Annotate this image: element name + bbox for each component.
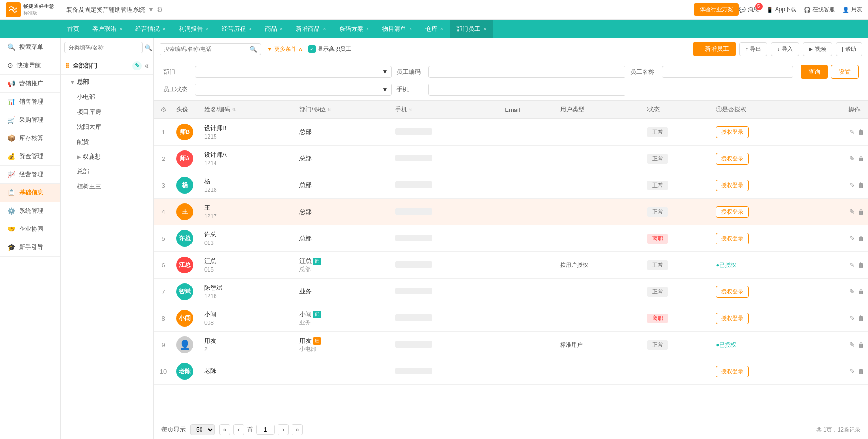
sidebar-item-库存核算[interactable]: 📦库存核算 <box>0 129 60 147</box>
online-service-button[interactable]: 🎧 在线客服 <box>804 6 835 14</box>
delete-button[interactable]: 🗑 <box>858 235 864 242</box>
empcode-filter-input[interactable] <box>428 66 625 78</box>
tree-edit-icon[interactable]: ✎ <box>132 61 142 70</box>
employee-search-input[interactable] <box>164 46 248 52</box>
sidebar-item-资金管理[interactable]: 💰资金管理 <box>0 147 60 166</box>
sidebar-item-销售管理[interactable]: 📊销售管理 <box>0 93 60 111</box>
sidebar-item-经营管理[interactable]: 📈经营管理 <box>0 166 60 184</box>
delete-button[interactable]: 🗑 <box>858 155 864 162</box>
empname-filter-input[interactable] <box>662 66 793 78</box>
nav-tab-部门员工[interactable]: 部门员工× <box>450 20 493 38</box>
nav-tab-利润报告[interactable]: 利润报告× <box>172 20 215 38</box>
col-phone[interactable]: 手机 ⇅ <box>391 101 501 119</box>
sidebar-item-新手引导[interactable]: 🎓新手引导 <box>0 238 60 257</box>
delete-button[interactable]: 🗑 <box>858 181 864 189</box>
nav-tab-经营情况[interactable]: 经营情况× <box>129 20 172 38</box>
trial-button[interactable]: 体验行业方案 <box>694 3 739 16</box>
delete-button[interactable]: 🗑 <box>858 314 864 322</box>
edit-button[interactable]: ✎ <box>849 368 855 375</box>
auth-login-button[interactable]: 授权登录 <box>716 233 749 244</box>
settings-icon[interactable]: ⚙ <box>157 6 163 14</box>
more-filters-button[interactable]: ▼ 更多条件 ∧ <box>267 45 303 53</box>
close-tab-icon[interactable]: × <box>119 20 122 38</box>
first-page-button[interactable]: « <box>219 424 230 435</box>
edit-button[interactable]: ✎ <box>849 155 855 162</box>
edit-button[interactable]: ✎ <box>849 314 855 322</box>
edit-button[interactable]: ✎ <box>849 208 855 216</box>
sidebar-item-营销推广[interactable]: 📢营销推广 <box>0 75 60 93</box>
page-size-select[interactable]: 50 <box>190 424 215 435</box>
edit-button[interactable]: ✎ <box>849 341 855 348</box>
auth-login-button[interactable]: 授权登录 <box>716 313 749 324</box>
close-tab-icon[interactable]: × <box>206 20 208 38</box>
delete-button[interactable]: 🗑 <box>858 341 864 348</box>
add-employee-button[interactable]: + 新增员工 <box>693 42 736 56</box>
nav-tab-物料清单[interactable]: 物料清单× <box>375 20 418 38</box>
col-dept[interactable]: 部门/职位 ⇅ <box>296 101 391 119</box>
close-tab-icon[interactable]: × <box>440 20 443 38</box>
auth-login-button[interactable]: 授权登录 <box>716 180 749 191</box>
col-name[interactable]: 姓名/编码 ⇅ <box>201 101 296 119</box>
tree-search-input[interactable] <box>64 42 143 53</box>
close-tab-icon[interactable]: × <box>280 20 283 38</box>
sidebar-item-采购管理[interactable]: 🛒采购管理 <box>0 111 60 129</box>
delete-button[interactable]: 🗑 <box>858 128 864 136</box>
delete-button[interactable]: 🗑 <box>858 208 864 216</box>
message-button[interactable]: 💬 消息 5 <box>739 6 759 14</box>
sidebar-item-快捷导航[interactable]: ⊙快捷导航 <box>0 56 60 75</box>
nav-tab-仓库[interactable]: 仓库× <box>419 20 450 38</box>
close-tab-icon[interactable]: × <box>162 20 165 38</box>
set-button[interactable]: 设置 <box>831 65 859 79</box>
prev-page-button[interactable]: ‹ <box>233 424 244 435</box>
edit-button[interactable]: ✎ <box>849 235 855 242</box>
status-select[interactable]: ▼ <box>195 84 392 96</box>
tree-item-植树王三[interactable]: 植树王三 <box>61 179 153 194</box>
auth-login-button[interactable]: 授权登录 <box>716 206 749 218</box>
dropdown-arrow-icon[interactable]: ▼ <box>148 6 154 13</box>
help-button[interactable]: | 帮助 <box>836 42 862 56</box>
nav-tab-客户联络[interactable]: 客户联络× <box>86 20 129 38</box>
edit-button[interactable]: ✎ <box>849 261 855 269</box>
sidebar-item-基础信息[interactable]: 📋基础信息 <box>0 184 60 202</box>
next-page-button[interactable]: › <box>278 424 289 435</box>
show-resigned-toggle[interactable]: ✓ 显示离职员工 <box>308 45 351 53</box>
import-button[interactable]: ↓ 导入 <box>771 42 799 56</box>
tree-item-小电部[interactable]: 小电部 <box>61 90 153 105</box>
delete-button[interactable]: 🗑 <box>858 368 864 375</box>
edit-button[interactable]: ✎ <box>849 288 855 295</box>
sidebar-item-搜索菜单[interactable]: 🔍搜索菜单 <box>0 38 60 56</box>
last-page-button[interactable]: » <box>292 424 303 435</box>
nav-tab-首页[interactable]: 首页 <box>61 20 86 38</box>
tree-search-icon[interactable]: 🔍 <box>145 44 152 51</box>
auth-login-button[interactable]: 授权登录 <box>716 126 749 138</box>
tree-item-沈阳大库[interactable]: 沈阳大库 <box>61 119 153 134</box>
dept-select[interactable]: ▼ <box>195 66 392 78</box>
tree-item-总部[interactable]: ▼总部 <box>61 75 153 90</box>
close-tab-icon[interactable]: × <box>366 20 369 38</box>
col-setting[interactable]: ⚙ <box>154 101 173 119</box>
auth-login-button[interactable]: 授权登录 <box>716 153 749 165</box>
tree-item-双鹿想[interactable]: ▶双鹿想 <box>61 149 153 164</box>
tree-item-总部[interactable]: 总部 <box>61 164 153 179</box>
nav-tab-经营历程[interactable]: 经营历程× <box>215 20 258 38</box>
auth-login-button[interactable]: 授权登录 <box>716 286 749 298</box>
delete-button[interactable]: 🗑 <box>858 288 864 295</box>
edit-button[interactable]: ✎ <box>849 181 855 189</box>
tree-collapse-icon[interactable]: « <box>145 62 149 70</box>
close-tab-icon[interactable]: × <box>323 20 326 38</box>
edit-button[interactable]: ✎ <box>849 128 855 136</box>
query-button[interactable]: 查询 <box>801 65 828 79</box>
col-setting-icon[interactable]: ⚙ <box>160 106 167 113</box>
nav-tab-条码方案[interactable]: 条码方案× <box>333 20 375 38</box>
close-tab-icon[interactable]: × <box>409 20 412 38</box>
export-button[interactable]: ↑ 导出 <box>739 42 767 56</box>
sidebar-item-系统管理[interactable]: ⚙️系统管理 <box>0 202 60 220</box>
tree-item-配货[interactable]: 配货 <box>61 134 153 149</box>
app-download-button[interactable]: 📱 App下载 <box>766 6 796 14</box>
page-input[interactable] <box>256 425 275 435</box>
close-tab-icon[interactable]: × <box>483 20 486 38</box>
phone-filter-input[interactable] <box>428 84 625 96</box>
auth-login-button[interactable]: 授权登录 <box>716 366 749 377</box>
delete-button[interactable]: 🗑 <box>858 261 864 269</box>
tree-header[interactable]: ⠿ 全部部门 ✎ « <box>61 57 153 75</box>
